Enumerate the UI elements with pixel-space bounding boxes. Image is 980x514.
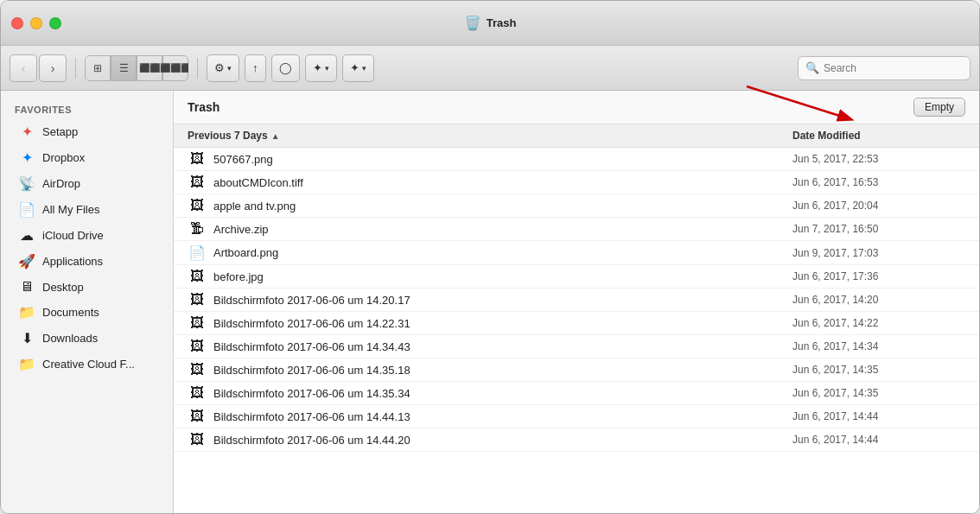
view-options-icon: ⚙ [214, 61, 225, 74]
sidebar-label-setapp: Setapp [42, 125, 78, 138]
file-label-9: Bildschirmfoto 2017-06-06 um 14.35.18 [213, 364, 410, 377]
file-name-10: 🖼 Bildschirmfoto 2017-06-06 um 14.35.34 [188, 385, 792, 401]
back-button[interactable]: ‹ [10, 54, 37, 82]
share-btn[interactable]: ↑ [245, 54, 266, 82]
file-icon-10: 🖼 [188, 385, 207, 401]
view-columns-btn[interactable]: ⬛⬛ [137, 55, 162, 81]
col-date-label: Date Modified [792, 130, 861, 142]
file-name-1: 🖼 aboutCMDIcon.tiff [188, 175, 792, 190]
table-row[interactable]: 📄 Artboard.png Jun 9, 2017, 17:03 [174, 241, 979, 265]
content-area: Favorites ✦ Setapp ✦ Dropbox 📡 AirDrop 📄… [1, 91, 979, 513]
view-cover-btn[interactable]: ⬛⬛⬛ [162, 55, 188, 81]
sidebar-item-setapp[interactable]: ✦ Setapp [4, 119, 169, 144]
sidebar-item-creative-cloud[interactable]: 📁 Creative Cloud F... [4, 352, 169, 377]
file-label-4: Artboard.png [213, 246, 278, 259]
file-date-10: Jun 6, 2017, 14:35 [792, 387, 965, 399]
file-label-1: aboutCMDIcon.tiff [213, 176, 303, 189]
col-name-label: Previous 7 Days [188, 130, 268, 142]
close-button[interactable] [11, 17, 23, 29]
file-icon-6: 🖼 [188, 292, 207, 308]
sidebar-item-documents[interactable]: 📁 Documents [4, 300, 169, 325]
file-name-4: 📄 Artboard.png [188, 244, 792, 261]
sidebar-section-header: Favorites [1, 99, 173, 118]
sidebar-item-applications[interactable]: 🚀 Applications [4, 249, 169, 274]
all-my-files-icon: 📄 [18, 201, 35, 218]
file-icon-12: 🖼 [188, 432, 207, 447]
file-icon-7: 🖼 [188, 315, 207, 331]
table-row[interactable]: 🖼 Bildschirmfoto 2017-06-06 um 14.44.20 … [174, 428, 979, 452]
view-options-btn[interactable]: ⚙ ▾ [207, 54, 239, 82]
back-icon: ‹ [22, 61, 26, 75]
table-row[interactable]: 🖼 Bildschirmfoto 2017-06-06 um 14.34.43 … [174, 335, 979, 359]
file-icon-3: 🗜 [188, 221, 207, 237]
file-date-0: Jun 5, 2017, 22:53 [792, 153, 965, 165]
file-icon-1: 🖼 [188, 175, 207, 190]
file-date-5: Jun 6, 2017, 17:36 [792, 270, 965, 282]
file-label-3: Archive.zip [213, 223, 269, 236]
creative-cloud-icon: 📁 [18, 356, 35, 372]
applications-icon: 🚀 [18, 253, 35, 270]
sidebar-item-downloads[interactable]: ⬇ Downloads [4, 326, 169, 351]
file-date-3: Jun 7, 2017, 16:50 [792, 223, 965, 235]
file-name-6: 🖼 Bildschirmfoto 2017-06-06 um 14.20.17 [188, 292, 792, 308]
table-row[interactable]: 🖼 507667.png Jun 5, 2017, 22:53 [174, 148, 979, 171]
table-row[interactable]: 🖼 Bildschirmfoto 2017-06-06 um 14.35.34 … [174, 382, 979, 405]
dropbox2-btn[interactable]: ✦ ▾ [342, 54, 374, 82]
sidebar-item-all-my-files[interactable]: 📄 All My Files [4, 197, 169, 222]
view-icon-btn[interactable]: ⊞ [85, 55, 111, 81]
sidebar-item-icloud[interactable]: ☁ iCloud Drive [4, 223, 169, 248]
file-name-0: 🖼 507667.png [188, 151, 792, 167]
cover-view-icon: ⬛⬛⬛ [160, 63, 188, 73]
dropbox-arrow: ▾ [325, 64, 329, 73]
sidebar-item-dropbox[interactable]: ✦ Dropbox [4, 145, 169, 170]
table-row[interactable]: 🖼 Bildschirmfoto 2017-06-06 um 14.20.17 … [174, 289, 979, 312]
desktop-icon: 🖥 [18, 279, 35, 295]
empty-button[interactable]: Empty [913, 98, 965, 117]
col-date-header[interactable]: Date Modified [792, 130, 965, 142]
forward-button[interactable]: › [39, 54, 67, 82]
file-label-8: Bildschirmfoto 2017-06-06 um 14.34.43 [213, 340, 410, 353]
pane-header: Trash Empty [174, 91, 979, 124]
file-list: Previous 7 Days ▲ Date Modified 🖼 507667… [174, 124, 979, 513]
file-name-11: 🖼 Bildschirmfoto 2017-06-06 um 14.44.13 [188, 409, 792, 424]
table-row[interactable]: 🖼 Bildschirmfoto 2017-06-06 um 14.35.18 … [174, 359, 979, 382]
table-row[interactable]: 🖼 apple and tv.png Jun 6, 2017, 20:04 [174, 194, 979, 218]
view-list-btn[interactable]: ☰ [111, 55, 137, 81]
file-label-2: apple and tv.png [213, 200, 296, 213]
sidebar: Favorites ✦ Setapp ✦ Dropbox 📡 AirDrop 📄… [1, 91, 174, 513]
setapp-icon: ✦ [18, 124, 35, 140]
file-name-2: 🖼 apple and tv.png [188, 198, 792, 213]
file-date-6: Jun 6, 2017, 14:20 [792, 294, 965, 306]
sidebar-label-airdrop: AirDrop [42, 177, 80, 190]
file-label-7: Bildschirmfoto 2017-06-06 um 14.22.31 [213, 317, 410, 330]
file-date-11: Jun 6, 2017, 14:44 [792, 410, 965, 422]
nav-group: ‹ › [10, 54, 67, 82]
window-trash-icon: 🗑️ [464, 15, 481, 31]
dropbox-icon: ✦ [313, 61, 322, 74]
view-options-arrow: ▾ [227, 64, 232, 73]
file-date-7: Jun 6, 2017, 14:22 [792, 317, 965, 329]
sidebar-label-desktop: Desktop [42, 281, 84, 294]
file-date-12: Jun 6, 2017, 14:44 [792, 434, 965, 446]
table-row[interactable]: 🖼 Bildschirmfoto 2017-06-06 um 14.44.13 … [174, 405, 979, 428]
dropbox-btn[interactable]: ✦ ▾ [305, 54, 337, 82]
maximize-button[interactable] [49, 17, 61, 29]
col-name-header[interactable]: Previous 7 Days ▲ [188, 130, 792, 142]
sidebar-label-creative-cloud: Creative Cloud F... [42, 358, 135, 371]
file-date-8: Jun 6, 2017, 14:34 [792, 340, 965, 352]
sidebar-item-desktop[interactable]: 🖥 Desktop [4, 275, 169, 299]
tag-btn[interactable]: ◯ [271, 54, 300, 82]
search-input[interactable] [824, 62, 963, 74]
downloads-icon: ⬇ [18, 330, 35, 346]
table-row[interactable]: 🖼 aboutCMDIcon.tiff Jun 6, 2017, 16:53 [174, 171, 979, 194]
table-row[interactable]: 🗜 Archive.zip Jun 7, 2017, 16:50 [174, 218, 979, 241]
table-row[interactable]: 🖼 Bildschirmfoto 2017-06-06 um 14.22.31 … [174, 312, 979, 335]
sidebar-item-airdrop[interactable]: 📡 AirDrop [4, 171, 169, 196]
file-label-10: Bildschirmfoto 2017-06-06 um 14.35.34 [213, 387, 410, 400]
minimize-button[interactable] [30, 17, 42, 29]
search-box[interactable]: 🔍 [798, 56, 970, 80]
window-title: 🗑️ Trash [464, 15, 517, 31]
sort-arrow: ▲ [271, 131, 280, 141]
table-row[interactable]: 🖼 before.jpg Jun 6, 2017, 17:36 [174, 265, 979, 289]
file-name-8: 🖼 Bildschirmfoto 2017-06-06 um 14.34.43 [188, 339, 792, 354]
